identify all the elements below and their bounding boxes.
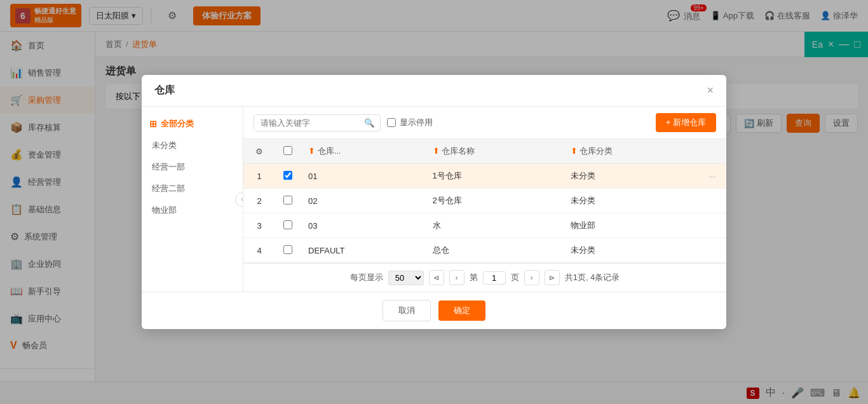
category-panel: ⊞ 全部分类 未分类 经营一部 经营二部 物业部 «: [142, 107, 243, 292]
row-category: 未分类: [563, 189, 701, 213]
modal-overlay: 仓库 × ⊞ 全部分类 未分类 经营一部 经营二部: [0, 0, 868, 404]
new-warehouse-btn[interactable]: + 新增仓库: [656, 113, 716, 132]
row-name: 1号仓库: [425, 164, 563, 189]
warehouse-modal: 仓库 × ⊞ 全部分类 未分类 经营一部 经营二部: [142, 75, 726, 329]
page-label: 第: [470, 272, 478, 283]
modal-body: ⊞ 全部分类 未分类 经营一部 经营二部 物业部 «: [142, 107, 726, 292]
search-wrap: 🔍: [254, 114, 381, 131]
row-check: [275, 164, 301, 189]
search-input[interactable]: [254, 115, 359, 131]
search-btn[interactable]: 🔍: [359, 115, 380, 131]
col-header-name: ⬆ 仓库名称: [425, 139, 563, 164]
row-actions: ···: [701, 164, 726, 189]
row-actions: [701, 238, 726, 263]
row-code: 01: [301, 164, 425, 189]
gear-col-icon[interactable]: ⚙: [255, 147, 263, 156]
show-disabled-label: 显示停用: [400, 117, 433, 128]
row-code: 03: [301, 213, 425, 238]
col-header-code: ⬆ 仓库...: [301, 139, 425, 164]
row-checkbox[interactable]: [283, 220, 292, 229]
confirm-btn[interactable]: 确定: [438, 300, 485, 321]
row-name: 2号仓库: [425, 189, 563, 213]
page-suffix: 页: [511, 272, 519, 283]
row-num: 2: [243, 189, 275, 213]
row-actions: [701, 189, 726, 213]
row-check: [275, 213, 301, 238]
row-check: [275, 189, 301, 213]
table-row[interactable]: 3 03 水 物业部: [243, 213, 726, 238]
row-name: 水: [425, 213, 563, 238]
row-category: 物业部: [563, 213, 701, 238]
col-header-actions: [701, 139, 726, 164]
category-item-dept1[interactable]: 经营一部: [142, 156, 243, 178]
next-page-btn[interactable]: ›: [524, 270, 539, 285]
total-info: 共1页, 4条记录: [565, 272, 620, 283]
show-disabled-wrap: 显示停用: [387, 117, 433, 128]
modal-close-btn[interactable]: ×: [707, 84, 714, 97]
show-disabled-checkbox[interactable]: [387, 118, 396, 127]
table-toolbar: 🔍 显示停用 + 新增仓库: [243, 107, 726, 139]
row-name: 总仓: [425, 238, 563, 263]
page-input[interactable]: [483, 271, 506, 285]
table-row[interactable]: 2 02 2号仓库 未分类: [243, 189, 726, 213]
all-category-btn[interactable]: ⊞ 全部分类: [142, 113, 243, 135]
cancel-btn[interactable]: 取消: [383, 300, 431, 321]
data-table: ⚙ ⬆ 仓库... ⬆: [243, 139, 726, 263]
sort-icon: ⬆: [308, 146, 315, 156]
col-header-check: [275, 139, 301, 164]
prev-page-btn[interactable]: ‹: [449, 270, 465, 285]
per-page-select[interactable]: 50 100 200: [388, 271, 424, 285]
table-row[interactable]: 1 01 1号仓库 未分类 ···: [243, 164, 726, 189]
category-item-unclassified[interactable]: 未分类: [142, 135, 243, 156]
row-num: 4: [243, 238, 275, 263]
row-num: 3: [243, 213, 275, 238]
row-checkbox[interactable]: [283, 171, 292, 180]
sort-icon-name: ⬆: [433, 146, 440, 156]
row-checkbox[interactable]: [283, 245, 292, 254]
row-check: [275, 238, 301, 263]
row-category: 未分类: [563, 238, 701, 263]
row-checkbox[interactable]: [283, 196, 292, 205]
pagination: 每页显示 50 100 200 ⊲ ‹ 第 页 › ⊳ 共1页, 4条记录: [243, 263, 726, 292]
col-header-category: ⬆ 仓库分类: [563, 139, 701, 164]
row-actions: [701, 213, 726, 238]
all-category-label: 全部分类: [161, 118, 194, 130]
modal-title: 仓库: [154, 84, 175, 97]
row-num: 1: [243, 164, 275, 189]
table-panel: 🔍 显示停用 + 新增仓库 ⚙: [243, 107, 726, 292]
select-all-checkbox[interactable]: [283, 146, 292, 155]
col-header-gear: ⚙: [243, 139, 275, 164]
search-icon: 🔍: [364, 118, 375, 128]
modal-header: 仓库 ×: [142, 75, 726, 107]
sort-icon-cat: ⬆: [571, 146, 578, 156]
table-row[interactable]: 4 DEFAULT 总仓 未分类: [243, 238, 726, 263]
row-code: 02: [301, 189, 425, 213]
category-item-property[interactable]: 物业部: [142, 199, 243, 221]
modal-footer: 取消 确定: [142, 292, 726, 329]
first-page-btn[interactable]: ⊲: [429, 270, 444, 285]
row-code: DEFAULT: [301, 238, 425, 263]
per-page-label: 每页显示: [350, 272, 383, 283]
category-item-dept2[interactable]: 经营二部: [142, 178, 243, 199]
last-page-btn[interactable]: ⊳: [545, 270, 560, 285]
row-category: 未分类: [563, 164, 701, 189]
grid-icon: ⊞: [149, 119, 157, 129]
